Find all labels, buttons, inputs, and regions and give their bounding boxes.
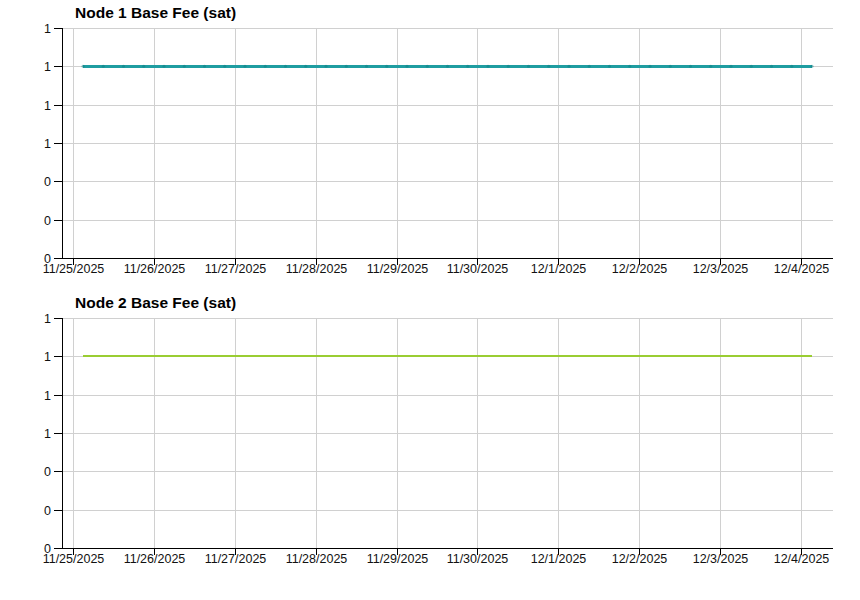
chart-plot-node-1: 111100011/25/202511/26/202511/27/202511/… <box>0 0 860 285</box>
x-tick-label: 12/3/2025 <box>693 262 749 276</box>
x-tick-label: 11/28/2025 <box>286 552 348 566</box>
series-marker <box>82 65 85 68</box>
series-marker <box>223 65 226 68</box>
series-marker <box>244 65 247 68</box>
y-tick-label: 1 <box>44 389 51 403</box>
series-marker <box>426 65 429 68</box>
x-tick-label: 12/4/2025 <box>774 552 830 566</box>
y-tick-label: 0 <box>44 504 51 518</box>
series-marker <box>345 65 348 68</box>
chart-node-2-base-fee: Node 2 Base Fee (sat) 111100011/25/20251… <box>0 290 860 600</box>
y-tick-label: 1 <box>44 427 51 441</box>
series-marker <box>669 65 672 68</box>
series-marker <box>406 65 409 68</box>
x-tick-label: 12/1/2025 <box>531 552 587 566</box>
y-tick-label: 0 <box>44 175 51 189</box>
series-marker <box>183 65 186 68</box>
x-tick-label: 12/3/2025 <box>693 552 749 566</box>
series-marker <box>102 65 105 68</box>
series-marker <box>750 65 753 68</box>
x-tick-label: 12/1/2025 <box>531 262 587 276</box>
x-tick-label: 12/4/2025 <box>774 262 830 276</box>
x-tick-label: 11/25/2025 <box>43 262 105 276</box>
series-marker <box>547 65 550 68</box>
series-marker <box>507 65 510 68</box>
series-marker <box>122 65 125 68</box>
chart-plot-node-2: 111100011/25/202511/26/202511/27/202511/… <box>0 290 860 600</box>
series-marker <box>730 65 733 68</box>
series-marker <box>365 65 368 68</box>
series-marker <box>811 65 814 68</box>
x-tick-label: 11/29/2025 <box>367 552 429 566</box>
series-marker <box>264 65 267 68</box>
y-tick-label: 0 <box>44 465 51 479</box>
series-marker <box>770 65 773 68</box>
x-tick-label: 12/2/2025 <box>612 262 668 276</box>
series-marker <box>325 65 328 68</box>
x-tick-label: 11/25/2025 <box>43 552 105 566</box>
y-tick-label: 1 <box>44 350 51 364</box>
series-marker <box>487 65 490 68</box>
x-tick-label: 11/27/2025 <box>205 262 267 276</box>
chart-node-1-base-fee: Node 1 Base Fee (sat) 111100011/25/20251… <box>0 0 860 285</box>
series-marker <box>588 65 591 68</box>
series-marker <box>446 65 449 68</box>
series-marker <box>527 65 530 68</box>
series-marker <box>709 65 712 68</box>
x-tick-label: 11/29/2025 <box>367 262 429 276</box>
series-marker <box>385 65 388 68</box>
series-marker <box>304 65 307 68</box>
series-marker <box>628 65 631 68</box>
y-tick-label: 0 <box>44 214 51 228</box>
x-tick-label: 11/30/2025 <box>447 552 509 566</box>
series-marker <box>142 65 145 68</box>
y-tick-label: 1 <box>44 312 51 326</box>
fee-charts-page: Node 1 Base Fee (sat) 111100011/25/20251… <box>0 0 860 600</box>
x-tick-label: 11/26/2025 <box>124 552 186 566</box>
x-tick-label: 11/28/2025 <box>286 262 348 276</box>
y-tick-label: 1 <box>44 22 51 36</box>
series-marker <box>284 65 287 68</box>
x-tick-label: 12/2/2025 <box>612 552 668 566</box>
series-marker <box>163 65 166 68</box>
series-marker <box>568 65 571 68</box>
series-marker <box>466 65 469 68</box>
series-marker <box>203 65 206 68</box>
x-tick-label: 11/26/2025 <box>124 262 186 276</box>
series-marker <box>790 65 793 68</box>
x-tick-label: 11/30/2025 <box>447 262 509 276</box>
series-marker <box>689 65 692 68</box>
y-tick-label: 1 <box>44 60 51 74</box>
x-tick-label: 11/27/2025 <box>205 552 267 566</box>
series-marker <box>649 65 652 68</box>
y-tick-label: 1 <box>44 137 51 151</box>
series-marker <box>608 65 611 68</box>
y-tick-label: 1 <box>44 99 51 113</box>
